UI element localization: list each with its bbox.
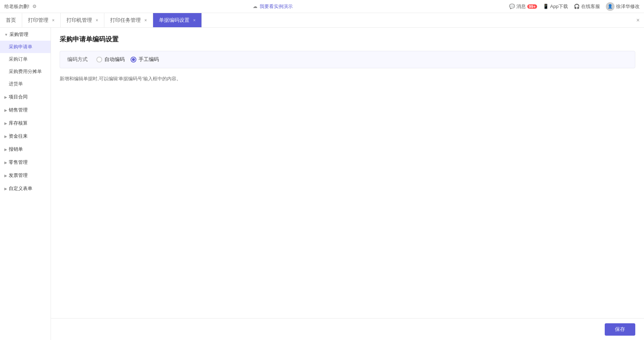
tab-print-management-close[interactable]: × [52, 18, 55, 23]
top-bar-left: 给老板勿删! ⚙ [4, 3, 37, 10]
sidebar-item-purchase-request-label: 采购申请单 [9, 44, 32, 49]
sidebar-group-invoice[interactable]: ▶ 发票管理 [0, 169, 51, 182]
user-menu[interactable]: 👤 徐泽华修改 [606, 2, 640, 11]
service-label: 在线客服 [581, 3, 600, 10]
sidebar-group-retail[interactable]: ▶ 零售管理 [0, 155, 51, 169]
content-footer: 保存 [51, 318, 644, 340]
sidebar-group-sales[interactable]: ▶ 销售管理 [0, 103, 51, 116]
main-layout: ▼ 采购管理 采购申请单 采购订单 采购费用分摊单 进货单 ▶ 项目合同 ▶ 销… [0, 28, 644, 340]
tab-home[interactable]: 首页 [0, 13, 22, 27]
sidebar-group-expense-label: 报销单 [9, 146, 23, 153]
tab-printer-management-close[interactable]: × [96, 18, 98, 23]
message-button[interactable]: 💬 消息 99+ [509, 3, 537, 10]
save-button[interactable]: 保存 [605, 323, 635, 336]
sidebar-item-purchase-request[interactable]: 采购申请单 [0, 41, 51, 53]
avatar: 👤 [606, 2, 615, 11]
manual-encoding-label: 手工编码 [139, 56, 159, 63]
encoding-section: 编码方式 自动编码 手工编码 [60, 51, 635, 68]
service-icon: 🎧 [574, 4, 580, 9]
sidebar-group-purchase[interactable]: ▼ 采购管理 [0, 28, 51, 41]
auto-encoding-label: 自动编码 [104, 56, 125, 63]
chevron-right-icon-inventory: ▶ [4, 121, 7, 125]
chevron-right-icon-sales: ▶ [4, 108, 7, 112]
sidebar-item-purchase-order-label: 采购订单 [9, 56, 28, 62]
app-icon: 📱 [543, 4, 549, 9]
settings-icon[interactable]: ⚙ [32, 4, 37, 9]
tab-encoding-settings-close[interactable]: × [193, 18, 196, 23]
online-service-button[interactable]: 🎧 在线客服 [574, 3, 600, 10]
tab-printer-management-label: 打印机管理 [67, 17, 92, 24]
page-title: 采购申请单编码设置 [60, 35, 635, 44]
sidebar-group-sales-label: 销售管理 [9, 107, 28, 113]
sidebar: ▼ 采购管理 采购申请单 采购订单 采购费用分摊单 进货单 ▶ 项目合同 ▶ 销… [0, 28, 51, 340]
chevron-right-icon-project: ▶ [4, 95, 7, 99]
sidebar-group-project-label: 项目合同 [9, 94, 28, 100]
sidebar-item-purchase-expense-label: 采购费用分摊单 [9, 69, 42, 74]
top-bar-center: ☁ 我要看实例演示 [253, 3, 293, 10]
sidebar-group-project[interactable]: ▶ 项目合同 [0, 90, 51, 103]
sidebar-item-purchase-order[interactable]: 采购订单 [0, 53, 51, 65]
sidebar-group-inventory-label: 库存核算 [9, 120, 28, 126]
demo-link[interactable]: 我要看实例演示 [260, 3, 293, 10]
sidebar-item-purchase-receipt[interactable]: 进货单 [0, 78, 51, 90]
tab-bar-close-button[interactable]: × [632, 13, 644, 27]
message-badge: 99+ [527, 4, 537, 9]
auto-encoding-option[interactable]: 自动编码 [96, 56, 125, 63]
encoding-label: 编码方式 [67, 56, 88, 63]
auto-encoding-radio[interactable] [96, 57, 102, 62]
top-bar-right: 💬 消息 99+ 📱 App下载 🎧 在线客服 👤 徐泽华修改 [509, 2, 640, 11]
message-label: 消息 [516, 3, 526, 10]
top-bar: 给老板勿删! ⚙ ☁ 我要看实例演示 💬 消息 99+ 📱 App下载 🎧 在线… [0, 0, 644, 13]
tab-print-task-close[interactable]: × [144, 18, 147, 23]
sidebar-group-purchase-label: 采购管理 [9, 31, 28, 38]
user-name: 徐泽华修改 [616, 3, 640, 10]
content-main: 采购申请单编码设置 编码方式 自动编码 手工编码 新增和编辑单据时,可以编辑'单… [51, 28, 644, 318]
cloud-icon: ☁ [253, 4, 257, 9]
chevron-right-icon-expense: ▶ [4, 147, 7, 151]
chevron-right-icon-invoice: ▶ [4, 174, 7, 178]
app-download-button[interactable]: 📱 App下载 [543, 3, 568, 10]
content-area: 采购申请单编码设置 编码方式 自动编码 手工编码 新增和编辑单据时,可以编辑'单… [51, 28, 644, 340]
chevron-right-icon-custom-form: ▶ [4, 187, 7, 191]
sidebar-group-custom-form-label: 自定义表单 [9, 185, 32, 192]
sidebar-item-purchase-receipt-label: 进货单 [9, 81, 23, 86]
tab-print-task[interactable]: 打印任务管理 × [104, 13, 153, 27]
tab-printer-management[interactable]: 打印机管理 × [61, 13, 104, 27]
app-label: App下载 [550, 3, 568, 10]
tab-print-management-label: 打印管理 [28, 17, 48, 24]
hint-text: 新增和编辑单据时,可以编辑'单据编码号'输入框中的内容。 [60, 76, 635, 82]
sidebar-group-finance-label: 资金往来 [9, 133, 28, 139]
tab-bar: 首页 打印管理 × 打印机管理 × 打印任务管理 × 单据编码设置 × × [0, 13, 644, 28]
message-icon: 💬 [509, 4, 515, 9]
manual-encoding-radio[interactable] [131, 57, 136, 62]
top-bar-title: 给老板勿删! [4, 3, 29, 10]
tab-print-management[interactable]: 打印管理 × [22, 13, 61, 27]
tab-encoding-settings[interactable]: 单据编码设置 × [153, 13, 202, 27]
tab-encoding-settings-label: 单据编码设置 [159, 17, 189, 24]
chevron-right-icon-retail: ▶ [4, 161, 7, 165]
sidebar-group-invoice-label: 发票管理 [9, 172, 28, 179]
sidebar-group-expense[interactable]: ▶ 报销单 [0, 142, 51, 155]
sidebar-group-inventory[interactable]: ▶ 库存核算 [0, 116, 51, 129]
sidebar-group-retail-label: 零售管理 [9, 159, 28, 166]
chevron-right-icon-finance: ▶ [4, 134, 7, 138]
tab-print-task-label: 打印任务管理 [110, 17, 141, 24]
tab-home-label: 首页 [6, 17, 16, 24]
sidebar-group-finance[interactable]: ▶ 资金往来 [0, 129, 51, 142]
sidebar-item-purchase-expense[interactable]: 采购费用分摊单 [0, 65, 51, 78]
manual-encoding-option[interactable]: 手工编码 [131, 56, 159, 63]
sidebar-group-custom-form[interactable]: ▶ 自定义表单 [0, 182, 51, 195]
chevron-down-icon: ▼ [4, 33, 8, 37]
